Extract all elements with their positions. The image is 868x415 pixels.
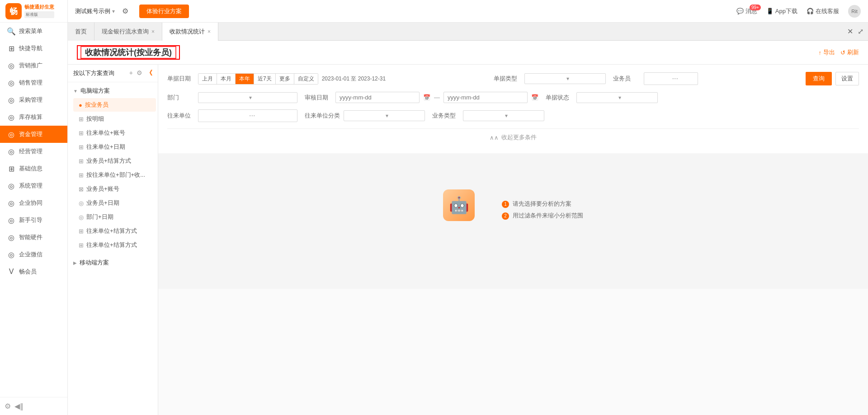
date-area: 上月 本月 本年 近7天 更多 自定义 2023-01-01 至 2023-12… (198, 73, 386, 85)
scheme-group-mobile-title[interactable]: ▶ 移动端方案 (68, 256, 158, 269)
sidebar-item-purchase[interactable]: ◎ 采购管理 (0, 91, 67, 108)
gear-button[interactable]: ⚙ (122, 7, 128, 15)
header-right: 💬 消息 99+ 📱 App下载 🎧 在线客服 Rit (736, 5, 861, 18)
scheme-item-partner-date[interactable]: ⊞ 往来单位+日期 (73, 140, 156, 154)
salesperson-select[interactable]: ··· (644, 72, 698, 85)
app-icon: 📱 (766, 8, 774, 14)
sidebar-item-finance[interactable]: ◎ 资金管理 (0, 126, 67, 143)
tab-collection[interactable]: 收款情况统计 × (162, 23, 218, 41)
scheme-item-salesperson-account[interactable]: ⊠ 业务员+账号 (73, 182, 156, 196)
scheme-item-salesperson-payment[interactable]: ⊞ 业务员+结算方式 (73, 154, 156, 168)
scheme-item-by-detail[interactable]: ⊞ 按明细 (73, 112, 156, 126)
date-tab-custom[interactable]: 自定义 (294, 74, 318, 84)
page-header-actions: ↑ 导出 ↺ 刷新 (819, 48, 859, 57)
filter-partner-category-item: 往来单位分类 ▾ (305, 110, 425, 121)
collapse-bar[interactable]: ∧∧ 收起更多条件 (167, 128, 859, 146)
scheme-item-by-salesperson[interactable]: ● 按业务员 (73, 98, 156, 112)
scheme-item-partner-dept[interactable]: ⊞ 按往来单位+部门+收... (73, 168, 156, 182)
scheme-item-partner-account[interactable]: ⊞ 往来单位+账号 (73, 126, 156, 140)
date-tab-more[interactable]: 更多 (276, 74, 294, 84)
scheme-panel: 按以下方案查询 + ⚙ 《 ▼ 电脑端方案 ● (68, 65, 158, 415)
partner-more-dots: ··· (249, 112, 293, 120)
partner-category-chevron: ▾ (386, 113, 421, 119)
filter-content: 单据日期 上月 本月 本年 近7天 更多 自定义 20 (158, 65, 868, 153)
collapse-icon: ∧∧ (490, 134, 499, 141)
warehouse-icon: ◎ (7, 113, 15, 121)
sidebar-item-search[interactable]: 🔍 搜索菜单 (0, 23, 67, 40)
sidebar-item-wechat[interactable]: ◎ 企业微信 (0, 246, 67, 263)
date-tab-last7[interactable]: 近7天 (254, 74, 276, 84)
page-title-box: 收款情况统计(按业务员) (77, 45, 180, 60)
dept-select[interactable]: ▾ (198, 92, 297, 103)
purchase-icon: ◎ (7, 96, 15, 104)
sidebar-item-hardware[interactable]: ◎ 智能硬件 (0, 229, 67, 246)
scheme-add-button[interactable]: + (129, 69, 133, 77)
scheme-item-partner-payment2[interactable]: ⊞ 往来单位+结算方式 (73, 224, 156, 238)
trial-button[interactable]: 体验行业方案 (139, 5, 189, 18)
voucher-status-select[interactable]: ▾ (576, 92, 658, 103)
app-download-action[interactable]: 📱 App下载 (766, 7, 797, 15)
sidebar-item-operations[interactable]: ◎ 经营管理 (0, 143, 67, 160)
partner-account-icon: ⊞ (79, 130, 84, 137)
filter-row-1: 单据日期 上月 本月 本年 近7天 更多 自定义 20 (167, 72, 859, 85)
user-dropdown-icon[interactable]: ▾ (112, 8, 115, 14)
date-tab-this-month[interactable]: 本月 (217, 74, 236, 84)
sidebar-item-warehouse[interactable]: ◎ 库存核算 (0, 108, 67, 126)
scheme-collapse-button[interactable]: 《 (146, 69, 152, 77)
filter-date-item: 单据日期 上月 本月 本年 近7天 更多 自定义 20 (167, 73, 386, 85)
dept-date-icon: ◎ (79, 214, 84, 221)
tab-bank[interactable]: 现金银行流水查询 × (94, 23, 162, 41)
partner-select[interactable]: ··· (198, 109, 297, 122)
sidebar-item-member[interactable]: V 畅会员 (0, 263, 67, 280)
voucher-type-select[interactable]: ▾ (524, 73, 606, 84)
sidebar-collapse-icon[interactable]: ◀‖ (14, 402, 24, 410)
arrow-down-icon: ▼ (73, 89, 78, 94)
partner-category-select[interactable]: ▾ (344, 110, 425, 121)
settings-button[interactable]: 设置 (835, 72, 859, 85)
scheme-group-desktop-title[interactable]: ▼ 电脑端方案 (68, 84, 158, 98)
message-badge: 99+ (750, 5, 761, 10)
tab-close-all-icon[interactable]: ✕ (847, 27, 853, 36)
export-button[interactable]: ↑ 导出 (819, 48, 835, 57)
sidebar-item-basic[interactable]: ⊞ 基础信息 (0, 160, 67, 177)
wechat-icon: ◎ (7, 250, 15, 259)
scheme-item-partner-payment3[interactable]: ⊞ 往来单位+结算方式 (73, 238, 156, 252)
sidebar-settings-icon[interactable]: ⚙ (5, 402, 11, 410)
audit-date-end[interactable] (443, 92, 528, 103)
scheme-settings-button[interactable]: ⚙ (137, 69, 142, 77)
user-avatar[interactable]: Rit (848, 5, 861, 18)
date-tab-this-year[interactable]: 本年 (236, 74, 254, 84)
business-type-select[interactable]: ▾ (463, 110, 544, 121)
sidebar-item-system[interactable]: ◎ 系统管理 (0, 177, 67, 194)
sidebar-item-marketing[interactable]: ◎ 营销推广 (0, 57, 67, 74)
refresh-button[interactable]: ↺ 刷新 (840, 48, 859, 57)
voucher-status-chevron: ▾ (618, 94, 654, 101)
empty-tips-list: 请先选择要分析的方案 用过滤条件来缩小分析范围 (502, 198, 583, 222)
partner-dept-icon: ⊞ (79, 172, 84, 179)
home-icon: ⊞ (7, 44, 15, 52)
sidebar-item-sales[interactable]: ◎ 销售管理 (0, 74, 67, 91)
partner-payment3-icon: ⊞ (79, 242, 84, 249)
audit-date-start[interactable] (335, 92, 420, 103)
logo: 畅 畅捷通好生意 标准版 (0, 0, 67, 23)
tab-collection-close[interactable]: × (208, 28, 211, 35)
sidebar-item-quicknav[interactable]: ⊞ 快捷导航 (0, 40, 67, 57)
tab-maximize-icon[interactable]: ⤢ (858, 27, 863, 36)
logo-icon: 畅 (5, 3, 22, 19)
salesperson-more-icon: ··· (672, 75, 694, 83)
sidebar-item-guide[interactable]: ◎ 新手引导 (0, 212, 67, 229)
empty-state: 🤖 请先选择要分析的方案 用过滤条件来缩小分析范围 (443, 189, 583, 230)
salesperson-account-icon: ⊠ (79, 186, 84, 193)
scheme-item-salesperson-date[interactable]: ◎ 业务员+日期 (73, 196, 156, 210)
filter-row-3: 往来单位 ··· 往来单位分类 ▾ (167, 109, 859, 122)
online-service-action[interactable]: 🎧 在线客服 (807, 7, 839, 15)
scheme-item-dept-date[interactable]: ◎ 部门+日期 (73, 210, 156, 224)
tab-bank-close[interactable]: × (151, 28, 155, 35)
date-tab-last-month[interactable]: 上月 (198, 74, 217, 84)
tab-home[interactable]: 首页 (68, 23, 94, 41)
message-icon: 💬 (736, 8, 744, 14)
sidebar-item-corp[interactable]: ◎ 企业协同 (0, 194, 67, 212)
messages-action[interactable]: 💬 消息 99+ (736, 7, 757, 15)
query-button[interactable]: 查询 (806, 72, 832, 85)
empty-tip-1: 请先选择要分析的方案 (502, 198, 583, 210)
